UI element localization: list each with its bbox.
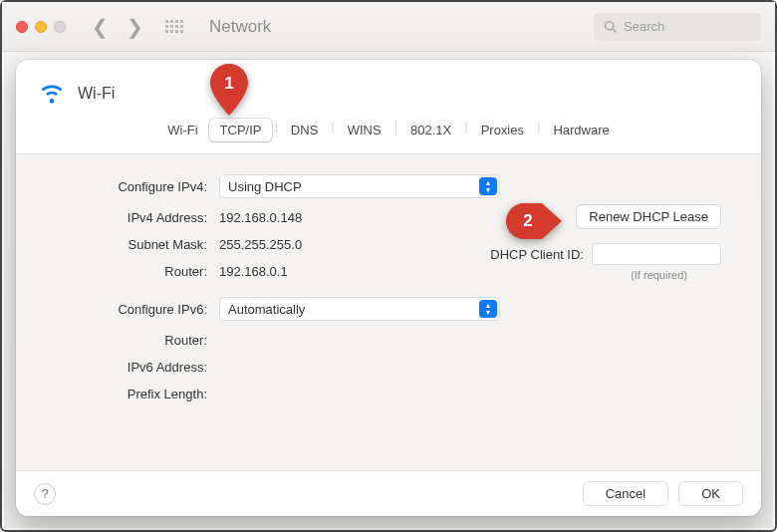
- help-button[interactable]: ?: [34, 483, 56, 505]
- dhcp-client-id-label: DHCP Client ID:: [490, 247, 584, 262]
- ipv4-address-label: IPv4 Address:: [70, 210, 219, 225]
- search-placeholder: Search: [624, 19, 664, 34]
- dhcp-client-id-input[interactable]: [592, 243, 721, 265]
- advanced-sheet: Wi-Fi Wi-Fi TCP/IP | DNS | WINS | 802.1X…: [16, 60, 761, 516]
- chevron-updown-icon: ▲▼: [479, 300, 497, 318]
- tab-hardware[interactable]: Hardware: [542, 119, 620, 141]
- close-window-button[interactable]: [16, 21, 28, 33]
- search-icon: [604, 20, 618, 34]
- tab-wifi[interactable]: Wi-Fi: [156, 119, 208, 141]
- tab-wins[interactable]: WINS: [337, 119, 392, 141]
- configure-ipv6-label: Configure IPv6:: [70, 302, 219, 317]
- configure-ipv4-select[interactable]: Using DHCP ▲▼: [219, 174, 500, 198]
- subnet-mask-label: Subnet Mask:: [70, 237, 219, 252]
- system-prefs-toolbar: ❮ ❯ Network Search: [2, 2, 775, 52]
- if-required-hint: (If required): [472, 269, 721, 281]
- window-controls: [16, 21, 66, 33]
- tab-proxies[interactable]: Proxies: [470, 119, 535, 141]
- configure-ipv6-select[interactable]: Automatically ▲▼: [219, 297, 500, 321]
- minimize-window-button[interactable]: [35, 21, 47, 33]
- chevron-updown-icon: ▲▼: [479, 177, 497, 195]
- prefix-length-label: Prefix Length:: [70, 387, 219, 401]
- tab-tcpip[interactable]: TCP/IP: [209, 119, 273, 141]
- sheet-title: Wi-Fi: [78, 85, 115, 103]
- ok-button[interactable]: OK: [678, 481, 743, 506]
- tab-dns[interactable]: DNS: [280, 119, 329, 141]
- ipv4-address-value: 192.168.0.148: [219, 210, 302, 225]
- show-all-icon[interactable]: [165, 20, 183, 33]
- router-label: Router:: [70, 264, 219, 279]
- tcpip-panel: Configure IPv4: Using DHCP ▲▼ IPv4 Addre…: [16, 153, 761, 471]
- zoom-window-button[interactable]: [54, 21, 66, 33]
- subnet-mask-value: 255.255.255.0: [219, 237, 302, 252]
- router6-label: Router:: [70, 333, 219, 348]
- tab-bar: Wi-Fi TCP/IP | DNS | WINS | 802.1X | Pro…: [16, 119, 761, 153]
- configure-ipv4-label: Configure IPv4:: [70, 179, 219, 194]
- wifi-icon: [38, 78, 66, 109]
- pane-title: Network: [209, 17, 271, 37]
- renew-dhcp-lease-button[interactable]: Renew DHCP Lease: [576, 204, 721, 229]
- forward-button[interactable]: ❯: [127, 15, 143, 39]
- back-button[interactable]: ❮: [92, 15, 109, 39]
- ipv6-address-label: IPv6 Address:: [70, 360, 219, 375]
- tab-8021x[interactable]: 802.1X: [399, 119, 462, 141]
- router-value: 192.168.0.1: [219, 264, 288, 279]
- search-input[interactable]: Search: [594, 13, 761, 41]
- configure-ipv6-value: Automatically: [228, 302, 305, 317]
- configure-ipv4-value: Using DHCP: [228, 179, 302, 194]
- cancel-button[interactable]: Cancel: [583, 481, 668, 506]
